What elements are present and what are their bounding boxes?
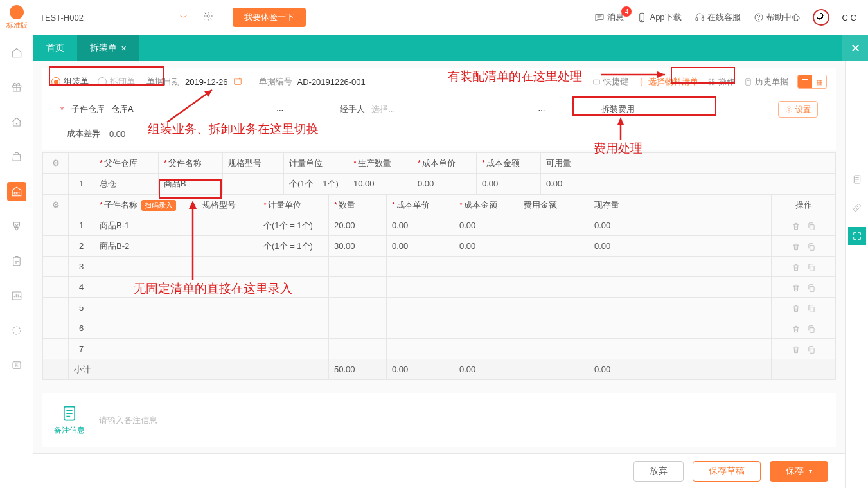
- table-row[interactable]: 7: [43, 339, 836, 359]
- table-row[interactable]: 1商品B-1个(1个 = 1个)20.000.000.000.00: [43, 215, 836, 236]
- app-download-link[interactable]: App下载: [637, 12, 681, 23]
- radio-disassemble[interactable]: 拆卸单: [98, 76, 135, 87]
- delete-icon[interactable]: [792, 261, 801, 271]
- user-name[interactable]: C C: [842, 13, 856, 23]
- copy-icon[interactable]: [807, 323, 816, 333]
- close-all-tabs[interactable]: ✕: [842, 35, 868, 61]
- trial-button[interactable]: 我要体验一下: [233, 8, 306, 27]
- child-warehouse-field[interactable]: *子件仓库 仓库A: [60, 104, 134, 115]
- handler-field[interactable]: 经手人 选择...: [340, 104, 395, 115]
- fee-field[interactable]: 拆装费用: [601, 104, 635, 115]
- more-icon[interactable]: ···: [276, 105, 283, 114]
- form-row-2: 成本差异 0.00: [42, 123, 836, 150]
- delete-icon[interactable]: [792, 323, 801, 333]
- form-row-1: *子件仓库 仓库A ··· 经手人 选择... ··· 拆装费用 设置: [42, 96, 836, 123]
- tabstrip: 首页 拆装单✕ ✕: [33, 35, 868, 61]
- ops-link[interactable]: 操作: [707, 76, 735, 87]
- avatar[interactable]: [813, 9, 829, 26]
- table-row[interactable]: 5: [43, 298, 836, 318]
- save-button[interactable]: 保存▾: [770, 461, 828, 482]
- calendar-icon[interactable]: [233, 77, 242, 87]
- view-grid-icon: ▦: [812, 75, 826, 88]
- svg-rect-4: [702, 18, 704, 21]
- messages-link[interactable]: 消息 4: [594, 12, 624, 23]
- table-row[interactable]: 2商品B-2个(1个 = 1个)30.000.000.000.00: [43, 236, 836, 257]
- doc-no-label: 单据编号: [259, 76, 292, 87]
- copy-icon[interactable]: [807, 261, 816, 271]
- table-row[interactable]: 6: [43, 318, 836, 339]
- remark-icon: 备注信息: [54, 404, 85, 436]
- tenant-select[interactable]: TEST-H002 ﹀: [33, 7, 194, 28]
- nav-warehouse[interactable]: [7, 182, 26, 201]
- nav-report[interactable]: [7, 286, 26, 305]
- delete-icon[interactable]: [792, 302, 801, 312]
- tab-home[interactable]: 首页: [33, 35, 77, 61]
- doc-header: 组装单 拆卸单 单据日期 2019-12-26 单据编号 AD-20191226…: [42, 68, 836, 96]
- nav-gift[interactable]: [7, 78, 26, 97]
- delete-icon[interactable]: [792, 240, 801, 251]
- copy-icon[interactable]: [807, 282, 816, 292]
- history-link[interactable]: 历史单据: [744, 76, 788, 87]
- table-row[interactable]: 4: [43, 277, 836, 298]
- doc-header-actions: 快捷键 选择物料清单 操作 历史单据 ☰▦: [592, 75, 827, 89]
- radio-assemble[interactable]: 组装单: [51, 76, 89, 87]
- nav-home[interactable]: [7, 43, 26, 62]
- svg-rect-10: [14, 192, 16, 194]
- nav-house[interactable]: [7, 113, 26, 132]
- svg-point-0: [207, 15, 209, 17]
- scan-badge[interactable]: 扫码录入: [141, 200, 176, 211]
- subtotal-row: 小计50.000.000.000.00: [43, 359, 836, 380]
- help-icon: [754, 12, 764, 23]
- more-icon[interactable]: ···: [538, 105, 545, 114]
- remark-input[interactable]: [98, 415, 824, 426]
- nav-money[interactable]: [7, 217, 26, 236]
- doc-type-radio-group: 组装单 拆卸单: [51, 71, 135, 92]
- phone-icon: [637, 12, 647, 23]
- tenant-name: TEST-H002: [40, 13, 84, 23]
- nav-sync[interactable]: [7, 321, 26, 340]
- copy-icon[interactable]: [807, 343, 816, 354]
- date-value[interactable]: 2019-12-26: [185, 77, 228, 87]
- service-link[interactable]: 在线客服: [695, 12, 741, 23]
- logo[interactable]: 标准版: [0, 5, 33, 30]
- delete-icon[interactable]: [792, 282, 801, 292]
- remark-section: 备注信息: [42, 393, 836, 447]
- rightrail: [845, 61, 868, 488]
- cost-diff-label: 成本差异: [67, 128, 100, 140]
- svg-point-6: [758, 19, 759, 20]
- delete-icon[interactable]: [792, 343, 801, 354]
- svg-rect-28: [810, 224, 813, 230]
- copy-icon[interactable]: [807, 302, 816, 312]
- settings-button[interactable]: 设置: [778, 101, 818, 118]
- cancel-button[interactable]: 放弃: [633, 461, 684, 482]
- select-bom-link[interactable]: 选择物料清单: [637, 76, 698, 87]
- svg-rect-14: [12, 292, 21, 300]
- gear-icon[interactable]: ⚙: [43, 195, 69, 215]
- nav-clipboard[interactable]: [7, 251, 26, 271]
- table-row[interactable]: 3: [43, 257, 836, 277]
- save-draft-button[interactable]: 保存草稿: [693, 461, 761, 482]
- gear-icon[interactable]: [203, 11, 213, 24]
- parent-table: ⚙ *父件仓库 *父件名称 规格型号 计量单位 *生产数量 *成本单价 *成本金…: [42, 152, 836, 194]
- gear-icon[interactable]: ⚙: [43, 153, 69, 174]
- close-icon[interactable]: ✕: [121, 44, 127, 53]
- content: 组装单 拆卸单 单据日期 2019-12-26 单据编号 AD-20191226…: [33, 61, 845, 488]
- shortcut-link[interactable]: 快捷键: [592, 76, 628, 87]
- copy-icon[interactable]: [807, 220, 816, 230]
- svg-rect-3: [696, 18, 698, 21]
- nav-new[interactable]: 新: [7, 356, 26, 375]
- rightrail-notes[interactable]: [848, 170, 866, 188]
- nav-bag[interactable]: [7, 147, 26, 167]
- parent-row[interactable]: 1 总仓 商品B 个(1个 = 1个) 10.00 0.00 0.00 0.00: [43, 174, 836, 194]
- help-link[interactable]: 帮助中心: [754, 12, 800, 23]
- copy-icon[interactable]: [807, 240, 816, 251]
- date-label: 单据日期: [146, 76, 180, 87]
- tab-current[interactable]: 拆装单✕: [77, 35, 139, 61]
- rightrail-expand[interactable]: [848, 227, 866, 245]
- rightrail-link[interactable]: [848, 199, 866, 217]
- view-toggle[interactable]: ☰▦: [797, 75, 827, 89]
- svg-point-21: [641, 80, 642, 82]
- svg-point-9: [16, 123, 17, 125]
- delete-icon[interactable]: [792, 220, 801, 230]
- footer: 放弃 保存草稿 保存▾: [33, 453, 845, 488]
